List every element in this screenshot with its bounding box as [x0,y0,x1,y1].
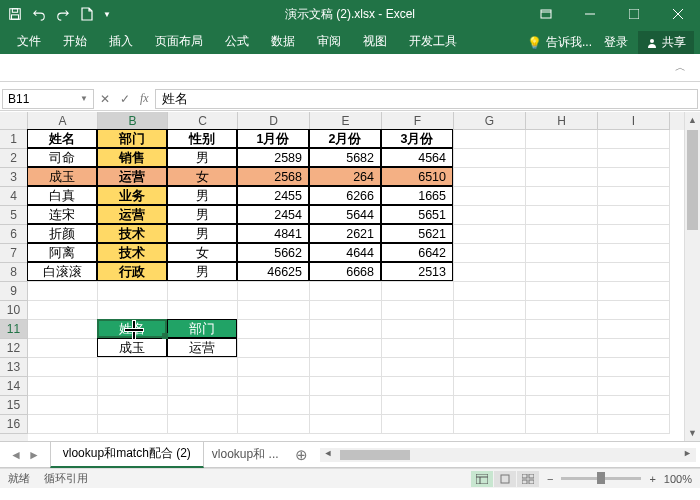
cell-I8[interactable] [598,263,670,282]
cell-C7[interactable]: 女 [167,243,237,262]
cell-A13[interactable] [28,358,98,377]
cell-H7[interactable] [526,244,598,263]
cell-D12[interactable] [238,339,310,358]
cell-A11[interactable] [28,320,98,339]
cell-A16[interactable] [28,415,98,434]
cell-I9[interactable] [598,282,670,301]
cell-A9[interactable] [28,282,98,301]
cell-I5[interactable] [598,206,670,225]
confirm-formula-icon[interactable]: ✓ [120,92,130,106]
sheet-nav-last-icon[interactable]: ► [28,448,40,462]
cell-C13[interactable] [168,358,238,377]
cell-B3[interactable]: 运营 [97,167,167,186]
tab-home[interactable]: 开始 [52,29,98,54]
cell-F6[interactable]: 5621 [381,224,453,243]
cell-F15[interactable] [382,396,454,415]
cell-G14[interactable] [454,377,526,396]
cell-B7[interactable]: 技术 [97,243,167,262]
cell-D2[interactable]: 2589 [237,148,309,167]
cell-H8[interactable] [526,263,598,282]
cell-D11[interactable] [238,320,310,339]
cell-E15[interactable] [310,396,382,415]
tab-layout[interactable]: 页面布局 [144,29,214,54]
cell-H16[interactable] [526,415,598,434]
row-header-14[interactable]: 14 [0,377,28,396]
cell-E6[interactable]: 2621 [309,224,381,243]
col-header-G[interactable]: G [454,112,526,130]
cell-D7[interactable]: 5662 [237,243,309,262]
cell-G2[interactable] [454,149,526,168]
cell-F5[interactable]: 5651 [381,205,453,224]
select-all-corner[interactable] [0,112,28,130]
cell-D14[interactable] [238,377,310,396]
cell-D9[interactable] [238,282,310,301]
fx-icon[interactable]: fx [140,91,149,106]
row-header-15[interactable]: 15 [0,396,28,415]
cell-G11[interactable] [454,320,526,339]
cell-C14[interactable] [168,377,238,396]
cell-H6[interactable] [526,225,598,244]
cell-F12[interactable] [382,339,454,358]
signin-link[interactable]: 登录 [604,34,628,51]
col-header-D[interactable]: D [238,112,310,130]
cell-E3[interactable]: 264 [309,167,381,186]
cell-F10[interactable] [382,301,454,320]
cell-C15[interactable] [168,396,238,415]
minimize-icon[interactable] [568,0,612,28]
row-header-3[interactable]: 3 [0,168,28,187]
cell-H5[interactable] [526,206,598,225]
cell-H13[interactable] [526,358,598,377]
cell-E16[interactable] [310,415,382,434]
cell-A5[interactable]: 连宋 [27,205,97,224]
horizontal-scrollbar[interactable]: ◄ ► [320,448,696,462]
tab-view[interactable]: 视图 [352,29,398,54]
cell-E12[interactable] [310,339,382,358]
cell-B4[interactable]: 业务 [97,186,167,205]
row-header-11[interactable]: 11 [0,320,28,339]
cell-G6[interactable] [454,225,526,244]
row-header-8[interactable]: 8 [0,263,28,282]
name-box[interactable]: B11 ▼ [2,89,94,109]
cell-D10[interactable] [238,301,310,320]
spreadsheet-grid[interactable]: ABCDEFGHI 12345678910111213141516 姓名部门性别… [0,112,700,442]
cell-B1[interactable]: 部门 [97,129,167,148]
cell-E5[interactable]: 5644 [309,205,381,224]
new-icon[interactable] [76,3,98,25]
col-header-I[interactable]: I [598,112,670,130]
cell-B5[interactable]: 运营 [97,205,167,224]
cell-F7[interactable]: 6642 [381,243,453,262]
cell-H9[interactable] [526,282,598,301]
cell-C3[interactable]: 女 [167,167,237,186]
cell-H14[interactable] [526,377,598,396]
cell-B10[interactable] [98,301,168,320]
cell-C16[interactable] [168,415,238,434]
cell-D16[interactable] [238,415,310,434]
cell-I11[interactable] [598,320,670,339]
col-header-B[interactable]: B [98,112,168,130]
formula-bar[interactable]: 姓名 [155,89,698,109]
cell-D6[interactable]: 4841 [237,224,309,243]
row-header-5[interactable]: 5 [0,206,28,225]
cell-F16[interactable] [382,415,454,434]
cell-E14[interactable] [310,377,382,396]
cell-B2[interactable]: 销售 [97,148,167,167]
cell-B9[interactable] [98,282,168,301]
cell-G15[interactable] [454,396,526,415]
cell-F3[interactable]: 6510 [381,167,453,186]
col-header-A[interactable]: A [28,112,98,130]
cell-B13[interactable] [98,358,168,377]
cell-H10[interactable] [526,301,598,320]
cell-I7[interactable] [598,244,670,263]
cell-H11[interactable] [526,320,598,339]
close-icon[interactable] [656,0,700,28]
cell-I16[interactable] [598,415,670,434]
cell-E10[interactable] [310,301,382,320]
cell-H3[interactable] [526,168,598,187]
cell-G13[interactable] [454,358,526,377]
cell-A15[interactable] [28,396,98,415]
cell-C6[interactable]: 男 [167,224,237,243]
cell-A3[interactable]: 成玉 [27,167,97,186]
cell-D13[interactable] [238,358,310,377]
cell-C12[interactable]: 运营 [167,338,237,357]
cell-G4[interactable] [454,187,526,206]
